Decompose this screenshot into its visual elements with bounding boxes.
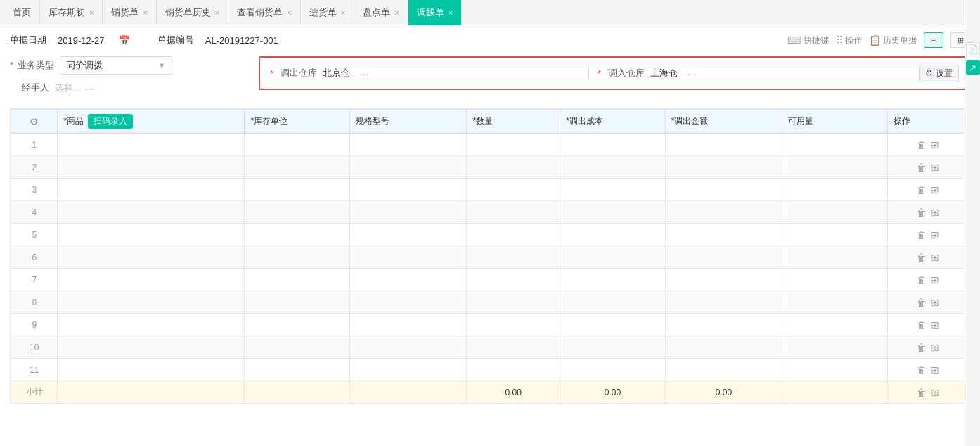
delete-icon[interactable]: 🗑 xyxy=(917,184,927,196)
row-goods[interactable] xyxy=(58,246,245,269)
row-goods[interactable] xyxy=(58,134,245,156)
row-goods[interactable] xyxy=(58,179,245,201)
tab-sales[interactable]: 销货单 × xyxy=(103,0,156,25)
tab-purchase[interactable]: 进货单 × xyxy=(301,0,354,25)
row-qty[interactable] xyxy=(467,336,560,359)
row-avail[interactable] xyxy=(782,291,888,314)
copy-icon[interactable]: ⊞ xyxy=(931,319,939,331)
row-amount[interactable] xyxy=(665,201,782,224)
row-amount[interactable] xyxy=(665,224,782,246)
ops-btn[interactable]: ⠿ 操作 xyxy=(836,34,862,46)
row-avail[interactable] xyxy=(782,156,888,179)
row-cost[interactable] xyxy=(560,179,666,201)
row-cost[interactable] xyxy=(560,201,666,224)
row-unit[interactable] xyxy=(245,246,350,269)
row-cost[interactable] xyxy=(560,359,666,381)
row-spec[interactable] xyxy=(350,314,467,336)
row-amount[interactable] xyxy=(665,156,782,179)
tab-inventory-init[interactable]: 库存期初 × xyxy=(40,0,103,25)
delete-icon[interactable]: 🗑 xyxy=(917,364,927,376)
row-cost[interactable] xyxy=(560,291,666,314)
delete-icon[interactable]: 🗑 xyxy=(917,207,927,218)
row-spec[interactable] xyxy=(350,246,467,269)
row-amount[interactable] xyxy=(665,179,782,201)
row-unit[interactable] xyxy=(245,314,350,336)
copy-icon[interactable]: ⊞ xyxy=(931,207,939,218)
copy-icon[interactable]: ⊞ xyxy=(931,184,939,196)
row-qty[interactable] xyxy=(467,269,560,291)
row-spec[interactable] xyxy=(350,134,467,156)
out-warehouse-dots[interactable]: ··· xyxy=(356,68,373,79)
row-qty[interactable] xyxy=(467,134,560,156)
copy-icon[interactable]: ⊞ xyxy=(931,252,939,263)
row-qty[interactable] xyxy=(467,314,560,336)
row-qty[interactable] xyxy=(467,291,560,314)
row-spec[interactable] xyxy=(350,156,467,179)
delete-icon[interactable]: 🗑 xyxy=(917,274,927,286)
row-unit[interactable] xyxy=(245,179,350,201)
row-goods[interactable] xyxy=(58,336,245,359)
tab-home[interactable]: 首页 xyxy=(6,0,40,25)
row-cost[interactable] xyxy=(560,224,666,246)
tab-sales-history[interactable]: 销货单历史 × xyxy=(157,0,228,25)
tab-transfer-close[interactable]: × xyxy=(449,8,453,17)
tab-stock-close[interactable]: × xyxy=(394,8,399,17)
calendar-icon[interactable]: 📅 xyxy=(119,35,130,46)
row-amount[interactable] xyxy=(665,269,782,291)
shortcuts-btn[interactable]: ⌨ 快捷键 xyxy=(787,34,829,46)
copy-icon[interactable]: ⊞ xyxy=(931,162,939,173)
sidebar-doc-btn[interactable]: 📄 xyxy=(966,42,980,56)
row-unit[interactable] xyxy=(245,336,350,359)
delete-icon[interactable]: 🗑 xyxy=(917,162,927,173)
row-unit[interactable] xyxy=(245,291,350,314)
row-avail[interactable] xyxy=(782,246,888,269)
row-avail[interactable] xyxy=(782,336,888,359)
row-goods[interactable] xyxy=(58,269,245,291)
copy-icon[interactable]: ⊞ xyxy=(931,364,939,376)
row-goods[interactable] xyxy=(58,224,245,246)
row-goods[interactable] xyxy=(58,359,245,381)
row-unit[interactable] xyxy=(245,134,350,156)
copy-icon[interactable]: ⊞ xyxy=(931,139,939,151)
delete-icon[interactable]: 🗑 xyxy=(917,319,927,331)
row-amount[interactable] xyxy=(665,359,782,381)
table-gear-icon[interactable]: ⚙ xyxy=(30,116,39,127)
row-amount[interactable] xyxy=(665,246,782,269)
row-amount[interactable] xyxy=(665,291,782,314)
row-qty[interactable] xyxy=(467,156,560,179)
row-avail[interactable] xyxy=(782,359,888,381)
row-qty[interactable] xyxy=(467,179,560,201)
row-cost[interactable] xyxy=(560,246,666,269)
row-goods[interactable] xyxy=(58,291,245,314)
row-goods[interactable] xyxy=(58,314,245,336)
row-avail[interactable] xyxy=(782,269,888,291)
row-cost[interactable] xyxy=(560,336,666,359)
row-unit[interactable] xyxy=(245,269,350,291)
delete-icon[interactable]: 🗑 xyxy=(917,252,927,263)
tab-view-sales-close[interactable]: × xyxy=(287,8,291,17)
delete-icon[interactable]: 🗑 xyxy=(917,342,927,353)
copy-icon[interactable]: ⊞ xyxy=(931,342,939,353)
row-amount[interactable] xyxy=(665,336,782,359)
person-dots-btn[interactable]: ··· xyxy=(81,82,98,94)
delete-icon[interactable]: 🗑 xyxy=(917,229,927,241)
row-unit[interactable] xyxy=(245,359,350,381)
sidebar-export-btn[interactable]: ↗ xyxy=(966,60,980,75)
row-spec[interactable] xyxy=(350,179,467,201)
row-unit[interactable] xyxy=(245,224,350,246)
row-avail[interactable] xyxy=(782,314,888,336)
tab-view-sales[interactable]: 查看销货单 × xyxy=(228,0,300,25)
row-avail[interactable] xyxy=(782,179,888,201)
row-cost[interactable] xyxy=(560,134,666,156)
row-amount[interactable] xyxy=(665,314,782,336)
tab-sales-history-close[interactable]: × xyxy=(215,8,219,17)
th-gear[interactable]: ⚙ xyxy=(11,110,58,134)
copy-icon[interactable]: ⊞ xyxy=(931,297,939,308)
copy-icon[interactable]: ⊞ xyxy=(931,274,939,286)
in-warehouse-dots[interactable]: ··· xyxy=(683,68,701,79)
row-goods[interactable] xyxy=(58,201,245,224)
row-spec[interactable] xyxy=(350,291,467,314)
delete-icon[interactable]: 🗑 xyxy=(917,139,927,151)
row-qty[interactable] xyxy=(467,224,560,246)
history-btn[interactable]: 📋 历史单据 xyxy=(869,34,917,46)
